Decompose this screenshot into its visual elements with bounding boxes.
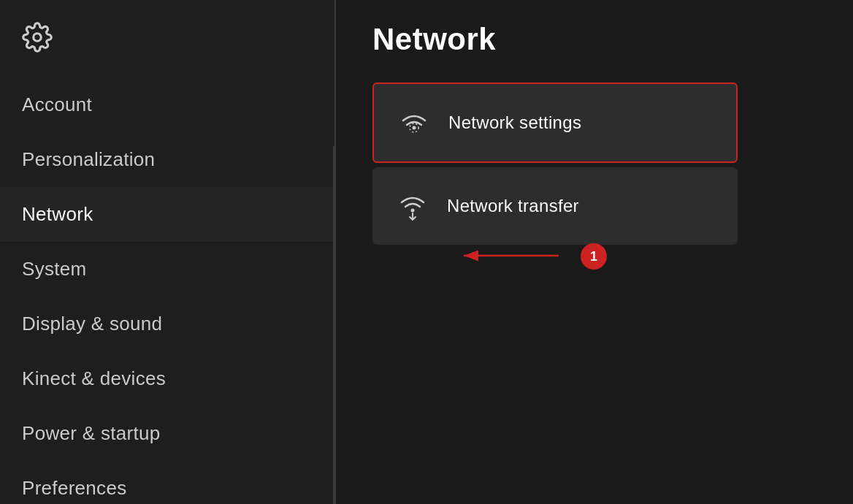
network-transfer-card[interactable]: Network transfer	[372, 167, 738, 245]
network-settings-card[interactable]: Network settings	[372, 83, 738, 163]
sidebar-item-kinect-devices[interactable]: Kinect & devices	[0, 351, 334, 406]
sidebar-nav: Account Personalization Network System D…	[0, 77, 334, 504]
sidebar-item-display-sound[interactable]: Display & sound	[0, 297, 334, 351]
arrow-1-svg	[449, 241, 566, 270]
sidebar-item-personalization[interactable]: Personalization	[0, 132, 334, 187]
page-title: Network	[372, 22, 816, 57]
network-settings-label: Network settings	[448, 112, 581, 133]
svg-point-0	[34, 34, 42, 42]
svg-point-3	[411, 209, 415, 213]
sidebar: Account Personalization Network System D…	[0, 0, 336, 504]
sidebar-item-system[interactable]: System	[0, 242, 334, 297]
gear-icon	[22, 22, 53, 53]
sidebar-item-power-startup[interactable]: Power & startup	[0, 406, 334, 461]
network-transfer-label: Network transfer	[447, 196, 579, 216]
annotation-1: 1	[581, 243, 607, 270]
svg-point-1	[413, 126, 416, 130]
sidebar-item-preferences[interactable]: Preferences	[0, 461, 334, 504]
wifi-down-icon	[394, 188, 431, 224]
main-content: Network Network settings	[336, 0, 853, 504]
wifi-gear-icon	[396, 104, 432, 141]
sidebar-item-account[interactable]: Account	[0, 77, 334, 132]
gear-icon-container	[0, 15, 334, 77]
sidebar-item-network[interactable]: Network	[0, 187, 334, 242]
